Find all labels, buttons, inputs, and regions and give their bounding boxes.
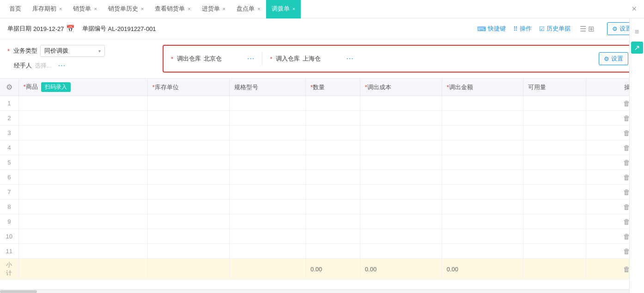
row-qty-7[interactable]: [305, 185, 360, 200]
business-type-select[interactable]: 同价调拨 ▾: [40, 45, 105, 57]
row-qty-10[interactable]: [305, 229, 360, 244]
warehouse-settings-button[interactable]: ⚙ 设置: [599, 52, 628, 65]
row-available-9[interactable]: [523, 214, 586, 229]
row-unit-7[interactable]: [147, 185, 229, 200]
row-spec-2[interactable]: [229, 111, 305, 126]
right-panel-list-icon[interactable]: ≡: [631, 26, 643, 38]
tab-home[interactable]: 首页: [4, 0, 27, 18]
calendar-icon[interactable]: 📅: [66, 24, 75, 33]
row-available-4[interactable]: [523, 140, 586, 155]
row-qty-6[interactable]: [305, 170, 360, 185]
row-amount-4[interactable]: [442, 140, 523, 155]
row-qty-9[interactable]: [305, 214, 360, 229]
shortcuts-btn[interactable]: ⌨ 快捷键: [477, 24, 506, 33]
tab-close-sales-history[interactable]: ×: [141, 6, 144, 12]
scan-btn[interactable]: 扫码录入: [41, 82, 71, 92]
transfer-in-more-btn[interactable]: ···: [346, 55, 353, 63]
row-amount-10[interactable]: [442, 229, 523, 244]
layout-icon-2[interactable]: ⊞: [588, 24, 594, 33]
tab-close-purchase[interactable]: ×: [223, 6, 225, 12]
row-amount-11[interactable]: [442, 244, 523, 259]
tab-view-sales[interactable]: 查看销货单 ×: [149, 0, 196, 18]
row-cost-9[interactable]: [360, 214, 442, 229]
tab-close-sales-order[interactable]: ×: [94, 6, 97, 12]
transfer-out-more-btn[interactable]: ···: [247, 55, 255, 63]
row-qty-11[interactable]: [305, 244, 360, 259]
row-spec-5[interactable]: [229, 155, 305, 170]
row-product-3[interactable]: [18, 126, 147, 140]
tab-transfer[interactable]: 调拨单 ×: [266, 0, 301, 18]
row-spec-1[interactable]: [229, 96, 305, 111]
row-unit-5[interactable]: [147, 155, 229, 170]
row-available-3[interactable]: [523, 126, 586, 140]
row-qty-4[interactable]: [305, 140, 360, 155]
tab-inventory-check[interactable]: 盘点单 ×: [231, 0, 266, 18]
row-amount-2[interactable]: [442, 111, 523, 126]
tab-close-transfer[interactable]: ×: [292, 6, 295, 12]
row-product-4[interactable]: [18, 140, 147, 155]
row-cost-3[interactable]: [360, 126, 442, 140]
tab-purchase[interactable]: 进货单 ×: [196, 0, 231, 18]
row-available-10[interactable]: [523, 229, 586, 244]
row-amount-1[interactable]: [442, 96, 523, 111]
row-available-11[interactable]: [523, 244, 586, 259]
row-qty-5[interactable]: [305, 155, 360, 170]
row-product-6[interactable]: [18, 170, 147, 185]
scrollbar-thumb[interactable]: [0, 290, 37, 293]
row-unit-9[interactable]: [147, 214, 229, 229]
tab-close-view-sales[interactable]: ×: [188, 6, 190, 12]
row-spec-7[interactable]: [229, 185, 305, 200]
row-available-7[interactable]: [523, 185, 586, 200]
row-unit-3[interactable]: [147, 126, 229, 140]
row-unit-6[interactable]: [147, 170, 229, 185]
row-cost-4[interactable]: [360, 140, 442, 155]
tab-sales-history[interactable]: 销货单历史 ×: [103, 0, 149, 18]
row-cost-5[interactable]: [360, 155, 442, 170]
row-unit-2[interactable]: [147, 111, 229, 126]
row-product-5[interactable]: [18, 155, 147, 170]
row-unit-10[interactable]: [147, 229, 229, 244]
row-amount-8[interactable]: [442, 200, 523, 214]
col-gear[interactable]: ⚙: [0, 79, 18, 96]
person-select[interactable]: 选择...: [35, 61, 52, 70]
row-available-8[interactable]: [523, 200, 586, 214]
row-product-9[interactable]: [18, 214, 147, 229]
row-product-7[interactable]: [18, 185, 147, 200]
tab-close-inventory-init[interactable]: ×: [59, 6, 62, 12]
tab-sales-order[interactable]: 销货单 ×: [67, 0, 102, 18]
row-cost-10[interactable]: [360, 229, 442, 244]
tab-inventory-init[interactable]: 库存期初 ×: [27, 0, 67, 18]
history-btn[interactable]: ☑ 历史单据: [539, 24, 571, 33]
row-spec-9[interactable]: [229, 214, 305, 229]
row-available-1[interactable]: [523, 96, 586, 111]
right-panel-export-icon[interactable]: ↗: [631, 42, 643, 54]
row-product-2[interactable]: [18, 111, 147, 126]
person-more-btn[interactable]: ···: [58, 61, 66, 70]
table-container[interactable]: ⚙ *商品 扫码录入 *库存单位 规格型号 *数量 *调出成本 *调出金额 可用…: [0, 78, 644, 289]
operations-btn[interactable]: ⠿ 操作: [513, 24, 532, 33]
row-amount-9[interactable]: [442, 214, 523, 229]
row-unit-1[interactable]: [147, 96, 229, 111]
row-cost-7[interactable]: [360, 185, 442, 200]
row-unit-11[interactable]: [147, 244, 229, 259]
row-amount-3[interactable]: [442, 126, 523, 140]
row-cost-8[interactable]: [360, 200, 442, 214]
row-qty-1[interactable]: [305, 96, 360, 111]
gear-icon[interactable]: ⚙: [6, 83, 12, 91]
row-qty-8[interactable]: [305, 200, 360, 214]
row-spec-6[interactable]: [229, 170, 305, 185]
row-available-5[interactable]: [523, 155, 586, 170]
row-cost-11[interactable]: [360, 244, 442, 259]
row-cost-6[interactable]: [360, 170, 442, 185]
row-spec-10[interactable]: [229, 229, 305, 244]
layout-icon-1[interactable]: ☰: [580, 24, 586, 33]
row-amount-7[interactable]: [442, 185, 523, 200]
row-product-11[interactable]: [18, 244, 147, 259]
row-unit-4[interactable]: [147, 140, 229, 155]
window-close-button[interactable]: ×: [628, 4, 640, 14]
row-product-8[interactable]: [18, 200, 147, 214]
row-qty-2[interactable]: [305, 111, 360, 126]
row-amount-5[interactable]: [442, 155, 523, 170]
row-spec-4[interactable]: [229, 140, 305, 155]
row-available-6[interactable]: [523, 170, 586, 185]
